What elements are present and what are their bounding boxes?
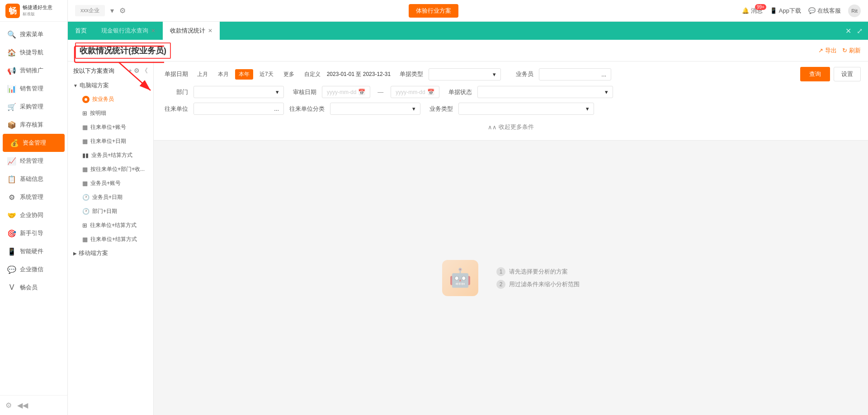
sidebar-settings-icon[interactable]: ⚙ xyxy=(5,401,12,410)
partner-category-chevron-icon: ▾ xyxy=(412,105,415,112)
partner-more-icon: ... xyxy=(274,105,279,112)
date-tab-7days[interactable]: 近7天 xyxy=(256,69,277,80)
date-tab-this-year[interactable]: 本年 xyxy=(235,69,253,80)
sidebar-item-hardware[interactable]: 📱 智能硬件 xyxy=(0,242,67,260)
page-area: 收款情况统计(按业务员) ↗ 导出 ↻ 刷新 按以下方案查询 xyxy=(68,40,868,415)
mobile-scheme-label: 移动端方案 xyxy=(79,249,108,257)
sidebar-item-label: 新手引导 xyxy=(20,229,43,237)
scheme-item-by-detail[interactable]: ⊞ 按明细 xyxy=(79,106,150,120)
scheme-item-by-salesperson[interactable]: 按业务员 xyxy=(79,92,150,106)
app-download-button[interactable]: 📱 App下载 xyxy=(770,7,801,15)
guide-icon: 🎯 xyxy=(7,229,16,238)
service-icon: 💬 xyxy=(808,7,816,14)
sidebar-item-member[interactable]: V 畅会员 xyxy=(0,278,67,297)
sidebar-item-finance[interactable]: 💰 资金管理 xyxy=(3,134,65,152)
doc-status-chevron-icon: ▾ xyxy=(605,89,608,95)
doc-status-select[interactable]: ▾ xyxy=(477,86,613,98)
biz-type-label: 业务类型 xyxy=(426,105,453,113)
collapse-conditions-button[interactable]: ∧∧ 收起更多条件 xyxy=(161,119,861,135)
settings-icon[interactable]: ⚙ xyxy=(119,6,126,15)
mobile-scheme-title[interactable]: ▶ 移动端方案 xyxy=(71,246,150,260)
biz-type-select[interactable]: ▾ xyxy=(458,103,594,115)
page-title-bar: 收款情况统计(按业务员) ↗ 导出 ↻ 刷新 xyxy=(68,40,868,61)
sidebar-item-guide[interactable]: 🎯 新手引导 xyxy=(0,224,67,242)
scheme-item-label: 部门+日期 xyxy=(92,208,117,215)
tab-bar: 首页 现金银行流水查询 ✕ 收款情况统计 ✕ ✕ ⤢ xyxy=(68,22,868,40)
sidebar-item-wechat[interactable]: 💬 企业微信 xyxy=(0,260,67,278)
query-button[interactable]: 查询 xyxy=(800,67,830,81)
panel-collapse-icon[interactable]: 《 xyxy=(142,67,148,75)
filter-row-3: 往来单位 ... 往来单位分类 ▾ 业务类型 xyxy=(161,103,861,115)
settings-button[interactable]: 设置 xyxy=(834,67,861,81)
sales-icon: 📊 xyxy=(7,84,16,93)
biz-type-chevron-icon: ▾ xyxy=(586,105,589,112)
member-icon: V xyxy=(7,283,16,292)
tab-collection-stats[interactable]: 收款情况统计 ✕ xyxy=(163,22,220,40)
scheme-item-partner-settlement2[interactable]: ▦ 往来单位+结算方式 xyxy=(79,232,150,246)
sidebar-item-label: 企业微信 xyxy=(20,265,43,274)
doc-type-chevron-icon: ▾ xyxy=(493,71,496,78)
tab-bank-flow-close[interactable]: ✕ xyxy=(151,28,156,34)
scheme-item-partner-settlement1[interactable]: ⊞ 往来单位+结算方式 xyxy=(79,218,150,232)
tab-close-btn[interactable]: ✕ xyxy=(845,27,851,35)
sidebar-item-quick-nav[interactable]: 🏠 快捷导航 xyxy=(0,43,67,61)
salesperson-select[interactable]: ... xyxy=(539,68,611,80)
grid-icon2: ⊞ xyxy=(82,222,87,229)
panel-header-label: 按以下方案查询 xyxy=(73,67,114,75)
header-left: xxx企业 ▾ ⚙ xyxy=(75,5,126,16)
sidebar-collapse-icon[interactable]: ◀◀ xyxy=(17,401,28,410)
sidebar-item-management[interactable]: 📈 经营管理 xyxy=(0,152,67,170)
panel-add-icon[interactable]: + xyxy=(128,67,132,75)
sidebar-item-label: 基础信息 xyxy=(20,175,43,183)
sidebar-item-sales[interactable]: 📊 销售管理 xyxy=(0,80,67,98)
scheme-item-salesperson-account[interactable]: ▦ 业务员+账号 xyxy=(79,176,150,190)
tab-home[interactable]: 首页 xyxy=(68,22,94,40)
scheme-item-partner-date[interactable]: ▦ 往来单位+日期 xyxy=(79,134,150,148)
try-solution-button[interactable]: 体验行业方案 xyxy=(409,4,458,18)
salesperson-label: 业务员 xyxy=(506,70,533,78)
notification-button[interactable]: 🔔 消息 99+ xyxy=(742,7,763,15)
audit-date-end-input[interactable]: yyyy-mm-dd 📅 xyxy=(391,86,439,98)
partner-category-select[interactable]: ▾ xyxy=(330,103,420,115)
refresh-button[interactable]: ↻ 刷新 xyxy=(842,47,861,55)
online-service-button[interactable]: 💬 在线客服 xyxy=(808,7,841,15)
sidebar-item-enterprise[interactable]: 🤝 企业协同 xyxy=(0,206,67,224)
sidebar-item-marketing[interactable]: 📢 营销推广 xyxy=(0,61,67,80)
dept-chevron-icon: ▾ xyxy=(276,89,279,95)
sidebar-item-search-menu[interactable]: 🔍 搜索菜单 xyxy=(0,25,67,43)
date-tab-more[interactable]: 更多 xyxy=(280,69,298,80)
scheme-item-partner-account[interactable]: ▦ 往来单位+账号 xyxy=(79,120,150,134)
dept-select[interactable]: ▾ xyxy=(193,86,284,98)
table-icon5: ▦ xyxy=(82,236,88,243)
grid-icon: ⊞ xyxy=(82,110,87,117)
sidebar-item-stock[interactable]: 📦 库存核算 xyxy=(0,116,67,134)
sidebar-item-system[interactable]: ⚙ 系统管理 xyxy=(0,188,67,206)
tab-bank-flow-label: 现金银行流水查询 xyxy=(101,27,148,35)
panel-settings-icon[interactable]: ⚙ xyxy=(134,67,140,75)
management-icon: 📈 xyxy=(7,156,16,165)
doc-type-select[interactable]: ▾ xyxy=(429,68,501,80)
date-tab-this-month[interactable]: 本月 xyxy=(214,69,232,80)
date-tab-last-month[interactable]: 上月 xyxy=(193,69,212,80)
audit-date-start-input[interactable]: yyyy-mm-dd 📅 xyxy=(322,86,370,98)
scheme-item-salesperson-settlement[interactable]: ▮▮ 业务员+结算方式 xyxy=(79,148,150,162)
export-button[interactable]: ↗ 导出 xyxy=(818,47,837,55)
tab-home-label: 首页 xyxy=(75,27,87,35)
sidebar-item-purchase[interactable]: 🛒 采购管理 xyxy=(0,98,67,116)
tab-bank-flow[interactable]: 现金银行流水查询 ✕ xyxy=(94,22,163,40)
scheme-item-by-partner-dept[interactable]: ▦ 按往来单位+部门+收... xyxy=(79,162,150,176)
tab-expand-btn[interactable]: ⤢ xyxy=(857,27,863,35)
sidebar-item-basic-info[interactable]: 📋 基础信息 xyxy=(0,170,67,188)
scheme-item-dept-date[interactable]: 🕐 部门+日期 xyxy=(79,204,150,218)
table-icon4: ▦ xyxy=(82,180,88,187)
breadcrumb-expand-icon[interactable]: ▾ xyxy=(110,6,114,15)
scheme-item-label: 按往来单位+部门+收... xyxy=(90,165,145,173)
desktop-scheme-title[interactable]: ▼ 电脑端方案 xyxy=(71,79,150,92)
partner-select[interactable]: ... xyxy=(193,103,284,115)
scheme-item-salesperson-date[interactable]: 🕐 业务员+日期 xyxy=(79,190,150,204)
tab-collection-stats-close[interactable]: ✕ xyxy=(208,28,212,34)
scheme-item-label: 往来单位+账号 xyxy=(90,123,126,131)
marketing-icon: 📢 xyxy=(7,66,16,75)
user-avatar[interactable]: Rit xyxy=(848,5,861,17)
date-tab-custom[interactable]: 自定义 xyxy=(301,69,324,80)
